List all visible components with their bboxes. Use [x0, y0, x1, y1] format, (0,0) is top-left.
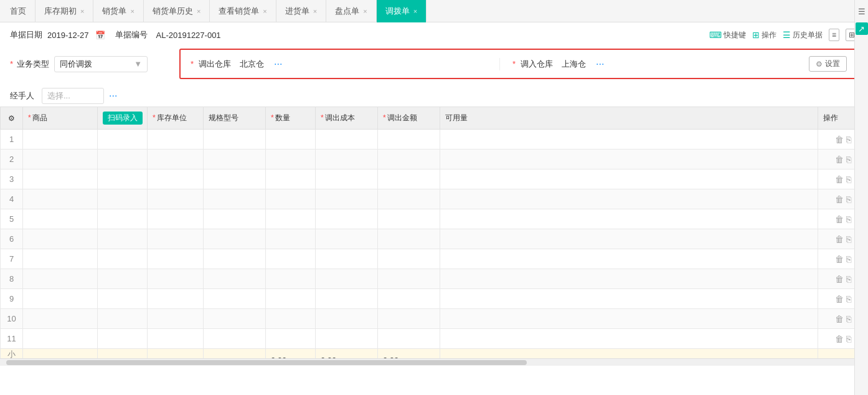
row-spec[interactable]: [204, 269, 266, 289]
copy-icon[interactable]: ⎘: [846, 155, 851, 164]
row-cost[interactable]: [316, 209, 378, 229]
row-amount[interactable]: [378, 269, 440, 289]
delete-icon[interactable]: 🗑: [835, 174, 844, 184]
row-qty[interactable]: [266, 150, 316, 169]
shortcuts-button[interactable]: ⌨ 快捷键: [709, 30, 746, 40]
row-amount[interactable]: [378, 189, 440, 209]
tab-view-sales[interactable]: 查看销货单 ×: [210, 0, 276, 22]
scan-button[interactable]: 扫码录入: [103, 112, 143, 125]
row-product[interactable]: [23, 229, 98, 249]
tab-home[interactable]: 首页: [0, 0, 35, 22]
row-cost[interactable]: [316, 309, 378, 329]
row-product[interactable]: [23, 209, 98, 229]
row-spec[interactable]: [204, 189, 266, 209]
row-unit[interactable]: [148, 209, 204, 229]
row-spec[interactable]: [204, 309, 266, 329]
tab-sales-order[interactable]: 销货单 ×: [93, 0, 143, 22]
row-amount[interactable]: [378, 249, 440, 269]
row-product[interactable]: [23, 329, 98, 349]
copy-icon[interactable]: ⎘: [846, 194, 851, 204]
delete-icon[interactable]: 🗑: [835, 214, 844, 224]
tab-transfer-close[interactable]: ×: [413, 7, 417, 15]
warehouse-out-more[interactable]: ···: [274, 59, 282, 70]
copy-icon[interactable]: ⎘: [846, 294, 851, 304]
row-qty[interactable]: [266, 269, 316, 289]
row-unit[interactable]: [148, 229, 204, 249]
row-spec[interactable]: [204, 289, 266, 309]
copy-icon[interactable]: ⎘: [846, 135, 851, 145]
scrollbar-thumb[interactable]: [6, 360, 527, 365]
tab-view-sales-close[interactable]: ×: [263, 7, 267, 15]
row-amount[interactable]: [378, 150, 440, 169]
row-unit[interactable]: [148, 130, 204, 150]
row-unit[interactable]: [148, 169, 204, 189]
warehouse-in-more[interactable]: ···: [596, 59, 604, 70]
copy-icon[interactable]: ⎘: [846, 214, 851, 224]
row-product[interactable]: [23, 169, 98, 189]
tab-sales-order-close[interactable]: ×: [130, 7, 134, 15]
tab-purchase[interactable]: 进货单 ×: [276, 0, 326, 22]
delete-icon[interactable]: 🗑: [835, 314, 844, 324]
row-qty[interactable]: [266, 169, 316, 189]
row-product[interactable]: [23, 130, 98, 150]
row-amount[interactable]: [378, 229, 440, 249]
row-qty[interactable]: [266, 329, 316, 349]
row-product[interactable]: [23, 150, 98, 169]
tab-inventory-init[interactable]: 库存期初 ×: [35, 0, 93, 22]
col-gear[interactable]: ⚙: [1, 107, 23, 130]
row-amount[interactable]: [378, 309, 440, 329]
row-qty[interactable]: [266, 309, 316, 329]
delete-icon[interactable]: 🗑: [835, 135, 844, 145]
calendar-icon[interactable]: 📅: [95, 31, 105, 40]
history-button[interactable]: ☰ 历史单据: [783, 30, 823, 40]
copy-icon[interactable]: ⎘: [846, 274, 851, 284]
row-qty[interactable]: [266, 189, 316, 209]
copy-icon[interactable]: ⎘: [846, 234, 851, 244]
row-spec[interactable]: [204, 329, 266, 349]
tab-inventory-check[interactable]: 盘点单 ×: [326, 0, 376, 22]
row-amount[interactable]: [378, 329, 440, 349]
row-spec[interactable]: [204, 169, 266, 189]
row-spec[interactable]: [204, 209, 266, 229]
copy-icon[interactable]: ⎘: [846, 174, 851, 184]
row-amount[interactable]: [378, 289, 440, 309]
row-cost[interactable]: [316, 169, 378, 189]
row-cost[interactable]: [316, 130, 378, 150]
row-product[interactable]: [23, 269, 98, 289]
copy-icon[interactable]: ⎘: [846, 254, 851, 264]
operations-button[interactable]: ⊞ 操作: [752, 30, 776, 40]
row-unit[interactable]: [148, 329, 204, 349]
delete-icon[interactable]: 🗑: [835, 194, 844, 204]
handler-more[interactable]: ···: [109, 90, 117, 102]
row-cost[interactable]: [316, 249, 378, 269]
horizontal-scrollbar[interactable]: [0, 358, 868, 366]
row-spec[interactable]: [204, 130, 266, 150]
settings-button[interactable]: ⚙ 设置: [809, 56, 847, 72]
row-qty[interactable]: [266, 130, 316, 150]
delete-icon[interactable]: 🗑: [835, 155, 844, 164]
row-spec[interactable]: [204, 249, 266, 269]
row-cost[interactable]: [316, 269, 378, 289]
copy-icon[interactable]: ⎘: [846, 334, 851, 344]
row-spec[interactable]: [204, 150, 266, 169]
tab-inventory-check-close[interactable]: ×: [363, 7, 367, 15]
delete-icon[interactable]: 🗑: [835, 334, 844, 344]
tab-sales-history-close[interactable]: ×: [197, 7, 200, 15]
delete-icon[interactable]: 🗑: [835, 294, 844, 304]
row-qty[interactable]: [266, 249, 316, 269]
row-unit[interactable]: [148, 150, 204, 169]
row-amount[interactable]: [378, 209, 440, 229]
delete-icon[interactable]: 🗑: [835, 254, 844, 264]
row-cost[interactable]: [316, 329, 378, 349]
row-qty[interactable]: [266, 209, 316, 229]
row-unit[interactable]: [148, 189, 204, 209]
row-unit[interactable]: [148, 289, 204, 309]
row-product[interactable]: [23, 289, 98, 309]
row-product[interactable]: [23, 189, 98, 209]
handler-select[interactable]: 选择...: [42, 88, 104, 104]
tab-purchase-close[interactable]: ×: [313, 7, 317, 15]
row-cost[interactable]: [316, 229, 378, 249]
row-qty[interactable]: [266, 229, 316, 249]
row-cost[interactable]: [316, 150, 378, 169]
row-unit[interactable]: [148, 269, 204, 289]
